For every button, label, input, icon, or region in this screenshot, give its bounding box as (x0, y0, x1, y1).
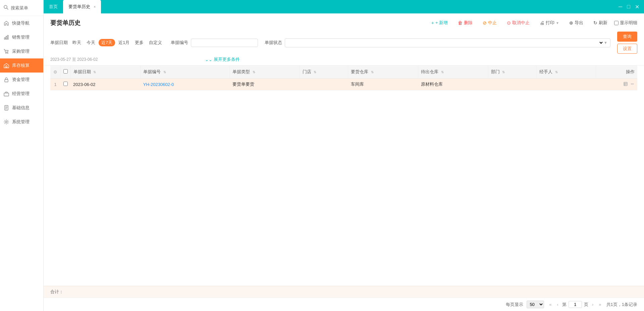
plus-icon: + (431, 20, 434, 26)
svg-rect-9 (4, 93, 9, 96)
sidebar-item-finance[interactable]: 资金管理 (0, 73, 43, 87)
cancel-stop-button[interactable]: ⊙ 取消中止 (503, 18, 533, 28)
first-page-button[interactable]: « (547, 301, 553, 308)
stop-button[interactable]: ⊘ 中止 (479, 18, 500, 28)
sidebar-item-sales[interactable]: 销售管理 (0, 30, 43, 44)
main-area: 首页 要货单历史 × ─ □ ✕ 要货单历史 + + 新增 🗑 删除 (44, 0, 644, 311)
col-docno: 单据编号 ⇅ (141, 65, 230, 79)
col-settings[interactable]: ⚙ (50, 65, 60, 79)
filter-date-group: 单据日期 昨天 今天 近7天 近1月 更多 自定义 (50, 39, 164, 46)
select-chevron-icon: ▼ (604, 41, 607, 45)
page-size-select[interactable]: 10 20 50 100 (527, 301, 544, 308)
sidebar-item-label: 快捷导航 (12, 20, 30, 26)
row-store (300, 79, 348, 90)
display-detail-checkbox[interactable] (614, 21, 619, 25)
prev-page-button[interactable]: ‹ (555, 301, 560, 308)
export-button[interactable]: ⊕ 导出 (566, 18, 587, 28)
date-btn-yesterday[interactable]: 昨天 (70, 39, 83, 46)
new-label: + 新增 (435, 20, 448, 26)
sidebar-item-purchase[interactable]: 采购管理 (0, 44, 43, 58)
page-input[interactable] (569, 301, 582, 308)
next-page-button[interactable]: › (590, 301, 595, 308)
docno-input[interactable] (191, 39, 258, 47)
tab-purchase-history[interactable]: 要货单历史 × (63, 0, 101, 13)
close-icon[interactable]: ✕ (634, 2, 641, 11)
date-btn-1month[interactable]: 近1月 (116, 39, 131, 46)
sidebar-item-label: 资金管理 (12, 77, 30, 83)
sort-pending-warehouse-icon[interactable]: ⇅ (441, 70, 444, 74)
table-footer: 合计： (44, 286, 644, 298)
settings-button[interactable]: 设置 (617, 44, 637, 54)
svg-point-14 (6, 121, 7, 123)
print-label: 打印 (546, 20, 554, 26)
sort-department-icon[interactable]: ⇅ (502, 70, 505, 74)
sidebar-item-system[interactable]: 系统管理 (0, 115, 43, 129)
query-button[interactable]: 查询 (617, 32, 637, 42)
last-page-button[interactable]: » (597, 301, 603, 308)
page-nav: « ‹ 第 页 › » (547, 301, 603, 308)
search-icon (3, 5, 9, 11)
filter-row-2: 2023-05-27 至 2023-06-02 ⌄⌄ 展开更多条件 (50, 56, 637, 62)
select-all-checkbox[interactable] (63, 69, 68, 74)
table-header-row: ⚙ 单据日期 ⇅ 单据编号 ⇅ (50, 65, 637, 79)
sort-store-icon[interactable]: ⇅ (314, 70, 316, 74)
display-detail-label: 显示明细 (620, 20, 637, 26)
sidebar-item-base-info[interactable]: 基础信息 (0, 101, 43, 115)
sidebar-item-quick-nav[interactable]: 快捷导航 (0, 16, 43, 30)
maximize-icon[interactable]: □ (626, 2, 632, 11)
refresh-button[interactable]: ↻ 刷新 (590, 18, 611, 28)
print-dropdown-icon[interactable]: ▼ (556, 21, 559, 25)
page-suffix: 页 (584, 302, 588, 308)
filter-bar: 单据日期 昨天 今天 近7天 近1月 更多 自定义 单据编号 单据状态 (44, 28, 644, 65)
minimize-icon[interactable]: ─ (617, 2, 624, 11)
delete-icon: 🗑 (458, 20, 463, 26)
filter-status-group: 单据状态 ▼ (265, 38, 610, 47)
date-btn-today[interactable]: 今天 (85, 39, 97, 46)
sort-date-icon[interactable]: ⇅ (93, 70, 96, 74)
date-btn-custom[interactable]: 自定义 (147, 39, 164, 46)
print-button[interactable]: 🖨 打印 ▼ (536, 18, 562, 28)
display-detail-toggle[interactable]: 显示明细 (614, 20, 637, 26)
col-action: 操作 (596, 65, 637, 79)
svg-rect-2 (4, 38, 5, 39)
sort-req-warehouse-icon[interactable]: ⇅ (371, 70, 374, 74)
table-wrap: ⚙ 单据日期 ⇅ 单据编号 ⇅ (44, 65, 644, 286)
row-action-icons (599, 82, 635, 87)
sidebar-item-operations[interactable]: 经营管理 (0, 87, 43, 101)
row-more-icon[interactable] (630, 82, 635, 87)
row-checkbox[interactable] (63, 82, 68, 86)
tab-close-icon[interactable]: × (94, 5, 96, 9)
column-settings-icon[interactable]: ⚙ (53, 70, 57, 75)
sort-docno-icon[interactable]: ⇅ (163, 70, 166, 74)
cancel-label: 取消中止 (512, 20, 530, 26)
sidebar-search[interactable]: 搜索菜单 (0, 0, 43, 16)
col-pending-warehouse: 待出仓库 ⇅ (418, 65, 488, 79)
row-edit-icon[interactable] (623, 82, 628, 87)
sidebar: 搜索菜单 快捷导航 销售管理 采购管理 库存核算 资金管理 经营管理 (0, 0, 44, 311)
row-department (488, 79, 537, 90)
docno-filter-label: 单据编号 (171, 40, 188, 46)
row-handler (537, 79, 596, 90)
tab-home[interactable]: 首页 (44, 0, 63, 13)
sort-doctype-icon[interactable]: ⇅ (253, 70, 255, 74)
date-btn-7days[interactable]: 近7天 (99, 39, 115, 46)
delete-label: 删除 (464, 20, 473, 26)
col-doctype: 单据类型 ⇅ (230, 65, 300, 79)
sidebar-item-label: 经营管理 (12, 91, 30, 97)
refresh-label: 刷新 (599, 20, 607, 26)
toolbar: + + 新增 🗑 删除 ⊘ 中止 ⊙ 取消中止 🖨 打印 (428, 18, 637, 28)
status-select-wrap[interactable]: ▼ (285, 38, 610, 47)
new-button[interactable]: + + 新增 (428, 18, 451, 28)
sidebar-item-inventory[interactable]: 库存核算 (0, 58, 43, 73)
data-table: ⚙ 单据日期 ⇅ 单据编号 ⇅ (50, 65, 637, 90)
delete-button[interactable]: 🗑 删除 (454, 18, 476, 28)
lock-icon (3, 77, 9, 83)
warehouse-icon (3, 62, 9, 69)
row-docno-link[interactable]: YH-20230602-0 (143, 82, 174, 87)
page-title: 要货单历史 (50, 19, 80, 27)
status-select[interactable] (288, 40, 604, 46)
date-btn-more[interactable]: 更多 (133, 39, 146, 46)
svg-point-20 (632, 83, 633, 84)
expand-filter-button[interactable]: ⌄⌄ 展开更多条件 (205, 56, 240, 62)
sort-handler-icon[interactable]: ⇅ (555, 70, 558, 74)
